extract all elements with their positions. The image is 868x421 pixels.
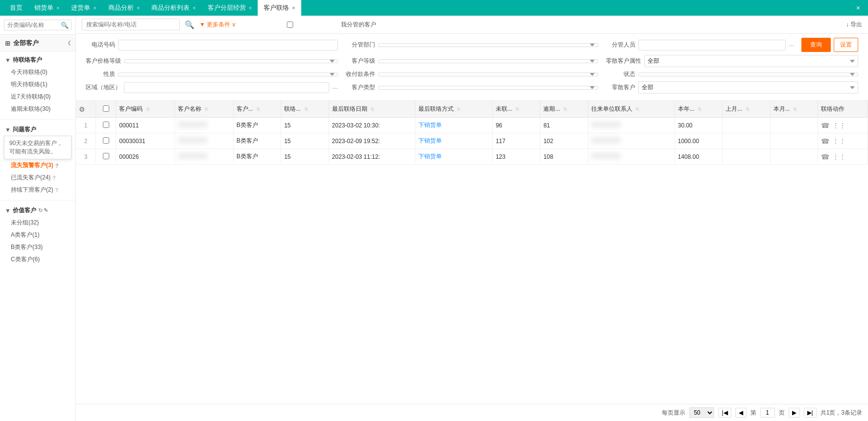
sidebar-item-overdue[interactable]: 逾期未联络(30) bbox=[0, 103, 75, 115]
next-page-button[interactable]: ▶ bbox=[789, 408, 800, 418]
manager-label: 分管人员 bbox=[606, 41, 635, 49]
region-input[interactable] bbox=[124, 82, 329, 93]
last-page-button[interactable]: ▶| bbox=[804, 408, 817, 418]
tab-close-icon[interactable]: × bbox=[56, 5, 59, 11]
nature-select[interactable] bbox=[118, 73, 338, 76]
tab-close-icon[interactable]: × bbox=[93, 5, 96, 11]
tab-close-icon[interactable]: × bbox=[137, 5, 140, 11]
overdue-days: 81 bbox=[540, 118, 588, 133]
sidebar-item-churned[interactable]: 已流失客户(24) ? bbox=[0, 172, 75, 184]
tab-purchase-order[interactable]: 进货单 × bbox=[65, 0, 102, 16]
row-checkbox[interactable] bbox=[103, 153, 109, 159]
query-button[interactable]: 查询 bbox=[801, 38, 831, 52]
my-customers-checkbox[interactable]: 我分管的客户 bbox=[241, 21, 376, 29]
sidebar-item-7days[interactable]: 近7天待联络(0) bbox=[0, 91, 75, 103]
status-select[interactable] bbox=[638, 73, 858, 76]
tab-close-icon[interactable]: × bbox=[249, 5, 252, 11]
my-customers-check[interactable] bbox=[241, 22, 339, 28]
search-button[interactable]: 🔍 bbox=[185, 20, 194, 29]
settings-icon[interactable]: ⚙ bbox=[79, 105, 85, 113]
refresh-icon[interactable]: ↻ bbox=[38, 207, 43, 214]
export-button[interactable]: ↓ 导出 bbox=[846, 21, 862, 29]
customer-tier-select[interactable] bbox=[378, 59, 598, 63]
tab-product-analysis-list[interactable]: 商品分析列表 × bbox=[145, 0, 201, 16]
price-tier-select[interactable] bbox=[124, 59, 338, 63]
sort-icon: ⇅ bbox=[370, 106, 374, 112]
help-icon: ? bbox=[52, 175, 55, 181]
sidebar-item-class-b[interactable]: B类客户(33) bbox=[0, 241, 75, 253]
action-cell: ☎ ⋮⋮ bbox=[818, 149, 868, 165]
dept-select[interactable] bbox=[378, 43, 598, 47]
sidebar-item-ungrouped[interactable]: 未分组(32) bbox=[0, 217, 75, 229]
settings-button[interactable]: 设置 bbox=[834, 38, 858, 52]
row-number: 1 bbox=[76, 118, 96, 133]
customer-type-select[interactable] bbox=[378, 86, 598, 90]
section-title-pending[interactable]: ▼ 待联络客户 bbox=[0, 54, 75, 66]
price-tier-label: 客户价格等级 bbox=[86, 57, 121, 65]
first-page-button[interactable]: |◀ bbox=[718, 408, 731, 418]
more-action-icon[interactable]: ⋮⋮ bbox=[832, 137, 846, 145]
edit-icon[interactable]: ✎ bbox=[44, 207, 48, 214]
home-tab[interactable]: 首页 bbox=[4, 3, 28, 12]
customer-code: 000026 bbox=[116, 149, 175, 165]
last-contact-type[interactable]: 下销货单 bbox=[415, 133, 493, 149]
manager-input[interactable] bbox=[638, 40, 786, 50]
overdue-days: 102 bbox=[540, 133, 588, 149]
filter-nature: 性质 bbox=[82, 70, 342, 78]
more-action-icon[interactable]: ⋮⋮ bbox=[832, 122, 846, 129]
region-more-icon[interactable]: ··· bbox=[332, 84, 338, 92]
more-btn-icon[interactable]: ··· bbox=[789, 41, 795, 49]
sidebar-item-today[interactable]: 今天待联络(0) bbox=[0, 66, 75, 78]
th-this-year: 本年... ⇅ bbox=[675, 101, 722, 118]
tab-customer-contact[interactable]: 客户联络 × bbox=[258, 0, 301, 16]
help-icon: ? bbox=[55, 187, 58, 193]
unit-contact bbox=[588, 149, 675, 165]
page-input[interactable] bbox=[760, 408, 775, 418]
phone-action-icon[interactable]: ☎ bbox=[821, 153, 829, 161]
retail-attr-select[interactable]: 全部 bbox=[644, 55, 858, 67]
more-filter-button[interactable]: ▼ 更多条件 ∨ bbox=[199, 21, 236, 29]
close-all-button[interactable]: × bbox=[852, 4, 864, 12]
sidebar-item-declining[interactable]: 持续下滑客户(2) ? bbox=[0, 184, 75, 196]
row-checkbox[interactable] bbox=[103, 122, 109, 128]
search-input[interactable] bbox=[82, 19, 180, 30]
sidebar: 🔍 ⊞ 全部客户 《 ▼ 待联络客户 今天待联络(0) 明天待联络(1) 近7天… bbox=[0, 16, 76, 421]
sort-icon: ⇅ bbox=[146, 106, 150, 112]
sidebar-item-class-c[interactable]: C类客户(6) bbox=[0, 253, 75, 266]
row-checkbox[interactable] bbox=[103, 137, 109, 144]
phone-input[interactable] bbox=[118, 40, 338, 50]
sidebar-item-churn-warning[interactable]: 流失预警客户(3) ? bbox=[0, 159, 75, 172]
tab-sales-order[interactable]: 销货单 × bbox=[28, 0, 65, 16]
phone-action-icon[interactable]: ☎ bbox=[821, 137, 829, 145]
phone-action-icon[interactable]: ☎ bbox=[821, 122, 829, 129]
prev-page-button[interactable]: ◀ bbox=[735, 408, 747, 418]
last-contact-type[interactable]: 下销货单 bbox=[415, 149, 493, 165]
per-page-select[interactable]: 50 100 200 bbox=[689, 407, 714, 418]
section-title-value[interactable]: ▼ 价值客户 ↻ ✎ bbox=[0, 204, 75, 217]
customer-table: ⚙ 客户编码 ⇅ 客户名称 ⇅ bbox=[76, 101, 868, 165]
more-action-icon[interactable]: ⋮⋮ bbox=[832, 153, 846, 161]
search-bar: 🔍 ▼ 更多条件 ∨ 我分管的客户 ↓ 导出 bbox=[76, 16, 868, 34]
sidebar-item-class-a[interactable]: A类客户(1) bbox=[0, 229, 75, 241]
tab-close-icon[interactable]: × bbox=[292, 5, 295, 11]
all-customers-item[interactable]: ⊞ 全部客户 《 bbox=[0, 35, 75, 52]
filter-region: 区域（地区） ··· bbox=[82, 82, 342, 93]
grid-icon: ⊞ bbox=[5, 40, 10, 47]
th-code: 客户编码 ⇅ bbox=[116, 101, 175, 118]
select-all-checkbox[interactable] bbox=[103, 105, 109, 112]
tab-product-analysis[interactable]: 商品分析 × bbox=[102, 0, 145, 16]
sidebar-item-tomorrow[interactable]: 明天待联络(1) bbox=[0, 78, 75, 91]
payment-select[interactable] bbox=[378, 73, 598, 76]
customer-code: 00030031 bbox=[116, 133, 175, 149]
th-overdue: 逾期... ⇅ bbox=[540, 101, 588, 118]
payment-label: 收付款条件 bbox=[346, 70, 375, 78]
last-contact-type[interactable]: 下销货单 bbox=[415, 118, 493, 133]
sort-icon: ⇅ bbox=[304, 106, 308, 112]
tab-customer-tier[interactable]: 客户分层经营 × bbox=[202, 0, 258, 16]
nature-label: 性质 bbox=[86, 70, 115, 78]
tab-close-icon[interactable]: × bbox=[193, 5, 195, 11]
arrow-icon: ▼ bbox=[5, 126, 11, 133]
section-title-problem[interactable]: ▼ 问题客户 bbox=[0, 124, 75, 136]
retail-customer-select[interactable]: 全部 bbox=[638, 81, 858, 94]
th-unlink-days: 未联... ⇅ bbox=[492, 101, 540, 118]
